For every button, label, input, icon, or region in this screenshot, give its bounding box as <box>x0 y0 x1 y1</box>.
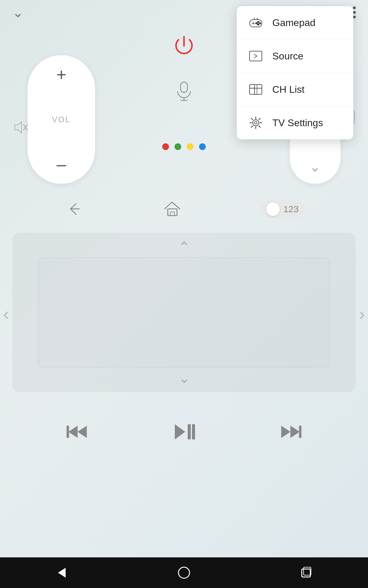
toggle-123-button[interactable]: 123 <box>261 199 304 219</box>
volume-up-button[interactable]: + <box>56 66 67 83</box>
svg-line-23 <box>251 126 253 128</box>
mute-button[interactable] <box>12 119 28 137</box>
volume-label: VOL <box>52 115 71 124</box>
svg-rect-40 <box>188 424 191 439</box>
mic-button[interactable] <box>173 80 195 102</box>
bottom-nav: 123 <box>0 199 368 219</box>
volume-control: + VOL – <box>28 55 95 184</box>
svg-marker-43 <box>290 426 300 438</box>
svg-point-5 <box>258 24 259 25</box>
svg-point-15 <box>255 122 257 124</box>
svg-marker-45 <box>58 568 66 578</box>
gamepad-icon <box>248 15 264 31</box>
svg-point-6 <box>256 23 257 24</box>
touchpad-surface[interactable] <box>38 257 330 368</box>
android-back-button[interactable] <box>53 565 69 581</box>
svg-line-21 <box>259 126 261 128</box>
back-button[interactable] <box>64 199 84 219</box>
yellow-dot[interactable] <box>187 143 194 150</box>
svg-point-14 <box>253 120 259 126</box>
volume-down-button[interactable]: – <box>56 156 66 173</box>
menu-item-source[interactable]: Source <box>237 40 353 73</box>
toggle-circle <box>266 202 280 216</box>
red-dot[interactable] <box>162 143 169 150</box>
green-dot[interactable] <box>174 143 181 150</box>
touchpad-right-button[interactable]: › <box>359 303 365 324</box>
svg-point-46 <box>178 567 190 578</box>
svg-marker-36 <box>68 426 78 438</box>
source-icon <box>248 48 264 64</box>
svg-rect-27 <box>181 82 187 92</box>
tv-settings-icon <box>248 115 264 131</box>
menu-item-tv-settings[interactable]: TV Settings <box>237 106 353 139</box>
touchpad-area[interactable]: ⌃ ⌄ <box>12 233 356 392</box>
rewind-button[interactable] <box>65 420 90 444</box>
gamepad-label: Gamepad <box>272 17 316 28</box>
touchpad-up-button[interactable]: ⌃ <box>178 239 190 254</box>
home-button[interactable] <box>162 199 182 219</box>
svg-point-4 <box>259 23 261 24</box>
svg-line-22 <box>259 118 261 120</box>
power-button[interactable] <box>169 31 199 61</box>
svg-marker-42 <box>281 426 290 438</box>
svg-marker-37 <box>78 426 87 438</box>
svg-rect-44 <box>299 426 301 438</box>
svg-rect-9 <box>250 51 262 61</box>
source-label: Source <box>272 51 303 62</box>
color-dots <box>162 143 206 150</box>
svg-rect-38 <box>67 426 69 438</box>
svg-marker-39 <box>175 424 185 439</box>
toggle-123-label: 123 <box>283 204 299 214</box>
touchpad-left-button[interactable]: ‹ <box>3 303 9 324</box>
channel-down-button[interactable]: ⌄ <box>309 159 321 175</box>
android-nav-bar <box>0 557 368 588</box>
svg-point-3 <box>258 21 259 23</box>
more-options-button[interactable] <box>353 6 356 18</box>
play-pause-button[interactable] <box>172 420 196 444</box>
fast-forward-button[interactable] <box>278 420 303 444</box>
svg-rect-41 <box>192 424 195 439</box>
dropdown-menu: Gamepad Source CH List <box>237 6 353 139</box>
menu-item-ch-list[interactable]: CH List <box>237 73 353 106</box>
svg-line-20 <box>251 118 253 120</box>
svg-rect-48 <box>304 567 311 575</box>
touchpad-down-button[interactable]: ⌄ <box>178 370 190 386</box>
svg-rect-47 <box>302 569 310 577</box>
tv-settings-label: TV Settings <box>272 117 323 129</box>
svg-rect-35 <box>170 212 174 216</box>
android-home-button[interactable] <box>176 565 192 581</box>
android-recents-button[interactable] <box>299 565 315 581</box>
menu-item-gamepad[interactable]: Gamepad <box>237 6 353 40</box>
svg-marker-24 <box>15 122 21 133</box>
ch-list-label: CH List <box>272 84 305 95</box>
ch-list-icon <box>248 81 264 97</box>
media-controls <box>0 420 368 444</box>
chevron-down-icon[interactable]: ⌄ <box>12 5 24 20</box>
svg-rect-10 <box>250 85 262 94</box>
blue-dot[interactable] <box>199 143 206 150</box>
